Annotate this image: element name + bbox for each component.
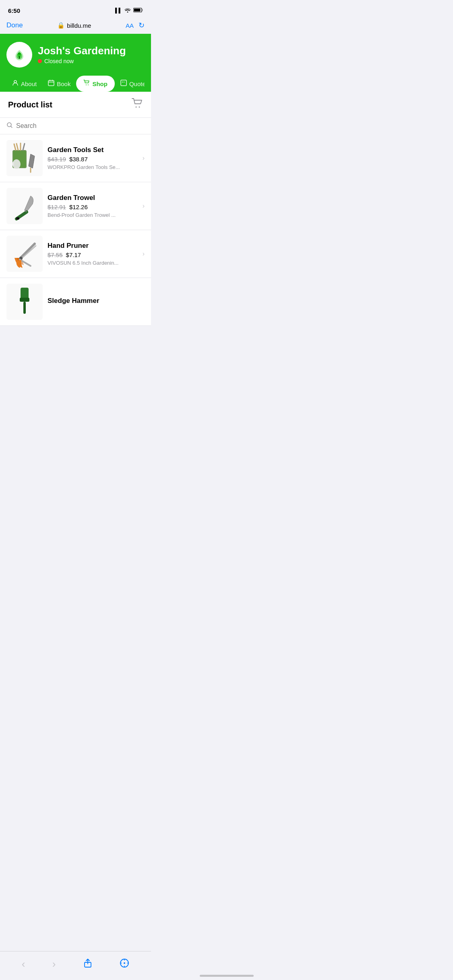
svg-rect-2 (134, 9, 141, 12)
svg-rect-1 (142, 9, 143, 11)
svg-point-8 (86, 84, 87, 85)
product-prices-2: $12.91 $12.26 (48, 204, 138, 210)
svg-rect-21 (16, 217, 19, 220)
url-text: billdu.me (67, 22, 91, 29)
closed-status-dot (38, 59, 42, 63)
svg-rect-10 (121, 80, 126, 86)
product-name-4: Sledge Hammer (48, 297, 145, 305)
tab-quote-label: Quote R (129, 80, 145, 87)
lock-icon: 🔒 (57, 22, 65, 29)
main-content: Product list (0, 92, 151, 326)
status-time: 6:50 (8, 7, 20, 14)
aa-button[interactable]: AA (126, 22, 134, 29)
business-details: Josh's Gardening Closed now (38, 45, 126, 65)
price-current-1: $38.87 (69, 156, 88, 163)
product-desc-1: WORKPRO Garden Tools Se... (48, 164, 138, 170)
battery-icon (133, 7, 143, 14)
price-original-3: $7.55 (48, 251, 63, 258)
product-image-3 (6, 236, 43, 272)
done-button[interactable]: Done (6, 21, 23, 29)
tab-about-label: About (21, 80, 37, 87)
status-bar: 6:50 ▌▌ (0, 0, 151, 18)
product-prices-3: $7.55 $7.17 (48, 251, 138, 258)
product-image-4 (6, 284, 43, 320)
product-item[interactable]: Garden Trowel $12.91 $12.26 Bend-Proof G… (0, 182, 151, 230)
price-original-2: $12.91 (48, 204, 66, 210)
svg-point-12 (139, 107, 140, 108)
chevron-right-3: › (143, 250, 145, 257)
product-desc-2: Bend-Proof Garden Trowel ... (48, 212, 138, 218)
product-name-2: Garden Trowel (48, 194, 138, 202)
product-image-2 (6, 188, 43, 224)
url-bar: 🔒 billdu.me (57, 22, 91, 29)
green-header: Josh's Gardening Closed now About (0, 34, 151, 92)
price-original-1: $43.19 (48, 156, 66, 163)
cart-icon-header[interactable] (132, 98, 143, 111)
tab-quote[interactable]: Quote R (115, 76, 145, 92)
product-details-3: Hand Pruner $7.55 $7.17 VIVOSUN 6.5 Inch… (48, 242, 138, 266)
tab-book-label: Book (57, 80, 70, 87)
tab-shop-label: Shop (92, 80, 108, 87)
product-details-4: Sledge Hammer (48, 297, 145, 307)
browser-bar: Done 🔒 billdu.me AA ↻ (0, 18, 151, 34)
product-prices-1: $43.19 $38.87 (48, 156, 138, 163)
product-item[interactable]: Garden Tools Set $43.19 $38.87 WORKPRO G… (0, 134, 151, 182)
product-details-2: Garden Trowel $12.91 $12.26 Bend-Proof G… (48, 194, 138, 218)
svg-point-11 (136, 107, 137, 108)
chevron-right-2: › (143, 202, 145, 210)
business-status: Closed now (38, 58, 126, 64)
product-item-partial[interactable]: Sledge Hammer (0, 278, 151, 326)
search-container (0, 118, 151, 134)
product-details-1: Garden Tools Set $43.19 $38.87 WORKPRO G… (48, 146, 138, 170)
signal-icon: ▌▌ (115, 8, 122, 13)
tab-about[interactable]: About (6, 76, 42, 92)
tab-book[interactable]: Book (42, 76, 76, 92)
product-list: Garden Tools Set $43.19 $38.87 WORKPRO G… (0, 134, 151, 326)
nav-tabs: About Book Shop (6, 76, 145, 92)
svg-line-19 (23, 144, 25, 150)
product-item[interactable]: Hand Pruner $7.55 $7.17 VIVOSUN 6.5 Inch… (0, 230, 151, 278)
svg-line-16 (14, 144, 16, 150)
refresh-icon[interactable]: ↻ (139, 21, 145, 30)
product-name-1: Garden Tools Set (48, 146, 138, 154)
product-name-3: Hand Pruner (48, 242, 138, 250)
price-current-3: $7.17 (66, 251, 81, 258)
svg-rect-5 (19, 56, 20, 59)
quote-icon (120, 80, 127, 88)
cart-icon-tab (83, 80, 90, 88)
svg-point-9 (88, 84, 89, 85)
wifi-icon (124, 7, 131, 14)
tab-shop[interactable]: Shop (76, 76, 115, 92)
svg-rect-7 (48, 80, 54, 86)
search-input[interactable] (16, 122, 145, 130)
status-icons: ▌▌ (115, 7, 143, 14)
business-logo (6, 42, 32, 68)
product-list-title: Product list (8, 100, 52, 109)
business-info: Josh's Gardening Closed now (6, 42, 145, 68)
product-desc-3: VIVOSUN 6.5 Inch Gardenin... (48, 260, 138, 266)
calendar-icon (48, 80, 54, 88)
chevron-right-1: › (143, 154, 145, 162)
business-name: Josh's Gardening (38, 45, 126, 57)
search-icon (6, 122, 13, 130)
svg-rect-24 (20, 298, 29, 302)
svg-rect-25 (23, 302, 26, 314)
svg-line-17 (17, 144, 18, 150)
person-icon (12, 80, 19, 88)
product-list-header: Product list (0, 92, 151, 118)
price-current-2: $12.26 (69, 204, 88, 210)
product-image-1 (6, 140, 43, 176)
status-text: Closed now (44, 58, 74, 64)
browser-controls: AA ↻ (126, 21, 145, 30)
svg-point-6 (14, 80, 17, 83)
